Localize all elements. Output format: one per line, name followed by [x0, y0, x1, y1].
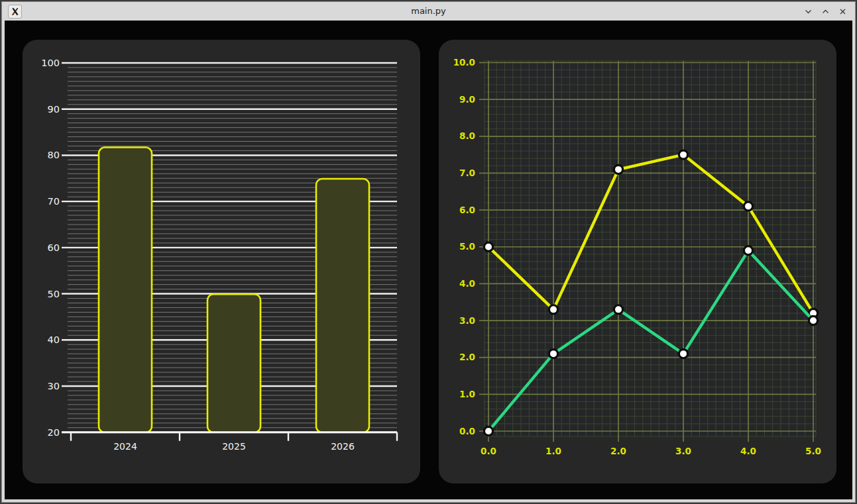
bar-2026	[316, 179, 369, 432]
y-tick-label: 0.0	[459, 426, 475, 436]
y-tick-label: 30	[48, 381, 60, 391]
green-series-marker	[744, 246, 752, 255]
y-tick-label: 7.0	[459, 168, 475, 178]
green-series-marker	[484, 427, 492, 435]
maximize-button[interactable]	[819, 5, 831, 17]
x-tick-label: 0.0	[481, 446, 496, 456]
x-tick-label: 2026	[331, 441, 355, 452]
y-tick-label: 1.0	[459, 389, 475, 399]
minimize-button[interactable]	[802, 5, 814, 17]
y-tick-label: 3.0	[459, 315, 475, 326]
y-tick-label: 60	[48, 242, 60, 253]
x-tick-label: 2025	[222, 441, 246, 452]
app-window: main.py	[1, 1, 856, 503]
y-tick-label: 40	[48, 334, 60, 345]
close-button[interactable]	[836, 5, 848, 17]
bar-chart: 2030405060708090100202420252026	[23, 40, 420, 483]
screen: main.py	[0, 0, 857, 504]
y-tick-label: 10.0	[453, 57, 475, 68]
y-tick-label: 9.0	[459, 94, 475, 105]
titlebar[interactable]: main.py	[2, 2, 855, 21]
x-tick-label: 3.0	[675, 446, 691, 456]
green-series-marker	[809, 316, 817, 325]
green-series-marker	[549, 350, 557, 358]
y-tick-label: 6.0	[459, 205, 475, 215]
y-tick-label: 90	[48, 104, 60, 115]
x-tick-label: 5.0	[805, 446, 821, 456]
yellow-series-marker	[679, 150, 687, 159]
y-tick-label: 80	[48, 150, 60, 160]
y-tick-label: 50	[48, 289, 60, 299]
window-title: main.py	[2, 2, 855, 21]
close-icon	[838, 7, 847, 16]
window-content: 2030405060708090100202420252026 0.01.02.…	[5, 21, 852, 499]
y-tick-label: 100	[41, 58, 60, 68]
window-controls	[802, 2, 848, 21]
yellow-series-marker	[744, 202, 752, 211]
y-tick-label: 2.0	[459, 352, 475, 362]
green-series-marker	[614, 305, 622, 314]
y-tick-label: 5.0	[459, 241, 475, 252]
y-tick-label: 4.0	[459, 278, 475, 289]
yellow-series-marker	[484, 242, 492, 251]
bar-2024	[99, 148, 152, 432]
bar-chart-panel: 2030405060708090100202420252026	[23, 40, 420, 483]
green-series-marker	[679, 350, 687, 358]
x-tick-label: 4.0	[740, 446, 756, 456]
x-tick-label: 2.0	[610, 446, 626, 456]
line-chart-panel: 0.01.02.03.04.05.00.01.02.03.04.05.06.07…	[439, 40, 836, 483]
chevron-down-icon	[804, 7, 813, 16]
bar-2025	[207, 294, 260, 432]
y-tick-label: 8.0	[459, 130, 475, 141]
plot-background	[485, 61, 816, 436]
y-tick-label: 20	[48, 427, 60, 438]
yellow-series-marker	[549, 305, 557, 314]
chevron-up-icon	[821, 7, 830, 16]
y-tick-label: 70	[48, 196, 60, 207]
yellow-series-marker	[614, 165, 622, 174]
line-chart: 0.01.02.03.04.05.00.01.02.03.04.05.06.07…	[439, 40, 836, 483]
x-tick-label: 1.0	[545, 446, 561, 456]
x-tick-label: 2024	[113, 441, 137, 452]
